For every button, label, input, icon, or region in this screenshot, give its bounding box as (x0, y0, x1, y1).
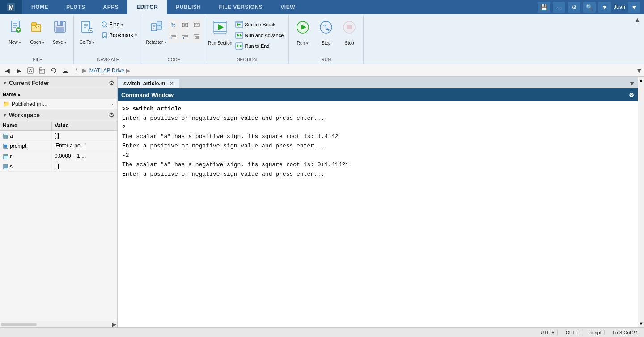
run-advance-icon (235, 32, 243, 39)
save-label-row[interactable]: Save ▼ (53, 40, 67, 45)
open-icon (31, 20, 44, 37)
editor-tabs-menu[interactable]: ▼ (626, 79, 638, 88)
command-window-title: Command Window (121, 92, 174, 98)
comment-btn[interactable] (180, 20, 191, 31)
tab-plots[interactable]: PLOTS (57, 0, 94, 14)
search-btn[interactable]: 🔍 (583, 2, 596, 13)
open-button[interactable] (27, 18, 48, 39)
step-button[interactable] (315, 18, 337, 40)
ws-name-header[interactable]: Name (0, 121, 51, 131)
table-row[interactable]: ▦s [ ] (0, 161, 117, 172)
ribbon-group-section: Run Section Section Break (205, 15, 289, 64)
refresh-btn[interactable] (48, 66, 59, 76)
scroll-up-btn[interactable]: ▲ (638, 77, 644, 83)
stop-button[interactable] (338, 18, 360, 40)
open-label-row[interactable]: Open ▼ (30, 40, 45, 45)
workspace-settings-icon[interactable]: ⚙ (109, 111, 114, 118)
command-window-settings-icon[interactable]: ⚙ (629, 92, 634, 98)
run-items: Run ▼ Step (292, 16, 360, 57)
run-to-end-button[interactable]: Run to End (233, 41, 286, 51)
table-row[interactable]: ▦r 0.0000 + 1.... (0, 151, 117, 161)
ws-value-header[interactable]: Value (51, 121, 117, 131)
save-quick-btn[interactable]: 💾 (538, 2, 550, 13)
smart-indent-btn[interactable] (191, 32, 202, 43)
command-body[interactable]: >> switch_articleEnter a positive or neg… (118, 101, 638, 327)
bottom-scroll[interactable]: ▶ (0, 321, 117, 327)
section-group-label: SECTION (237, 57, 257, 63)
scroll-thumb[interactable] (1, 323, 37, 326)
right-panel: switch_article.m ✕ ▼ Command Window ⚙ >>… (118, 77, 638, 327)
goto-button[interactable] (76, 18, 98, 39)
tab-close-icon[interactable]: ✕ (169, 81, 174, 86)
settings-btn[interactable]: ⚙ (568, 2, 580, 13)
ribbon-collapse-btn[interactable]: ▲ (632, 15, 642, 64)
open-btn-container: Open ▼ (27, 18, 48, 45)
more-btn[interactable]: ··· (553, 2, 565, 13)
goto-label-row[interactable]: Go To ▼ (79, 40, 95, 45)
published-folder-row[interactable]: 📁 Published (m... ··· (0, 99, 117, 109)
run-section-button[interactable] (209, 18, 231, 40)
new-button[interactable] (4, 18, 26, 39)
open-dropdown-arrow: ▼ (42, 41, 45, 45)
right-scrollbar[interactable]: ▲ ▼ (638, 77, 644, 327)
find-button[interactable]: Find ▼ (99, 20, 140, 29)
section-break-button[interactable]: Section Break (233, 20, 286, 29)
indent-btn[interactable] (168, 32, 179, 43)
tab-publish[interactable]: PUBLISH (167, 0, 210, 14)
folder-collapse-arrow[interactable]: ▼ (3, 80, 7, 85)
workspace-collapse-arrow[interactable]: ▼ (3, 113, 7, 118)
section-col: Section Break Run and Advance (233, 18, 286, 51)
main-layout: ▼ Current Folder ⚙ Name ▲ 📁 Published (m… (0, 77, 644, 327)
run-and-advance-button[interactable]: Run and Advance (233, 30, 286, 40)
refactor-button[interactable] (146, 18, 167, 39)
outdent-btn[interactable] (180, 32, 191, 43)
table-row[interactable]: ▦a [ ] (0, 131, 117, 141)
percent-btn[interactable]: % (168, 20, 179, 31)
stop-label: Stop (345, 41, 354, 46)
new-label-row[interactable]: New ▼ (9, 40, 22, 45)
tab-view[interactable]: VIEW (271, 0, 304, 14)
back-btn[interactable]: ◀ (2, 66, 13, 76)
editor-tabs: switch_article.m ✕ ▼ (118, 77, 638, 88)
folder-settings-icon[interactable]: ⚙ (109, 80, 114, 87)
run-button[interactable] (292, 18, 314, 40)
editor-tab-switch-article[interactable]: switch_article.m ✕ (118, 79, 179, 88)
up-btn[interactable] (25, 66, 36, 76)
path-dropdown-btn[interactable]: ▼ (636, 67, 642, 74)
svg-rect-14 (56, 27, 64, 32)
save-button[interactable] (49, 18, 71, 39)
table-row[interactable]: ▣prompt 'Enter a po...' (0, 141, 117, 151)
refactor-dropdown-arrow: ▼ (163, 41, 167, 45)
breadcrumb-drive[interactable]: MATLAB Drive (89, 67, 124, 74)
name-col-header[interactable]: Name ▲ (0, 89, 117, 99)
tab-apps[interactable]: APPS (94, 0, 128, 14)
forward-btn[interactable]: ▶ (13, 66, 24, 76)
uncomment-btn[interactable] (191, 20, 202, 31)
svg-rect-28 (157, 21, 162, 25)
tab-editor[interactable]: EDITOR (127, 0, 167, 14)
tab-file-versions[interactable]: FILE VERSIONS (210, 0, 272, 14)
run-label-row[interactable]: Run ▼ (297, 41, 309, 46)
scroll-down-btn[interactable]: ▼ (638, 321, 644, 327)
scroll-right-arrow[interactable]: ▶ (112, 321, 116, 328)
browse-btn[interactable] (37, 66, 47, 76)
run-section-container: Run Section (208, 18, 232, 46)
bookmark-button[interactable]: Bookmark ▼ (99, 30, 140, 40)
svg-marker-72 (51, 69, 53, 71)
user-dropdown-btn[interactable]: ▼ (628, 2, 640, 13)
refactor-label-row[interactable]: Refactor ▼ (146, 40, 167, 45)
folder-ellipsis[interactable]: ··· (110, 101, 114, 107)
goto-dropdown-arrow: ▼ (92, 41, 95, 45)
goto-icon (80, 20, 94, 37)
tab-home[interactable]: HOME (22, 0, 57, 14)
workspace-table: Name Value ▦a [ ] ▣prompt 'Enter a po...… (0, 121, 117, 172)
breadcrumb: MATLAB Drive ▶ (89, 67, 130, 74)
command-window-header: Command Window ⚙ (118, 88, 638, 101)
scroll-track (638, 83, 644, 321)
svg-rect-66 (347, 25, 352, 29)
command-line: 2 (122, 123, 633, 133)
file-items: New ▼ Open ▼ (4, 16, 71, 57)
dropdown-btn[interactable]: ▼ (598, 2, 611, 13)
save-btn-container: Save ▼ (49, 18, 71, 45)
cloud-btn[interactable]: ☁ (60, 66, 71, 76)
